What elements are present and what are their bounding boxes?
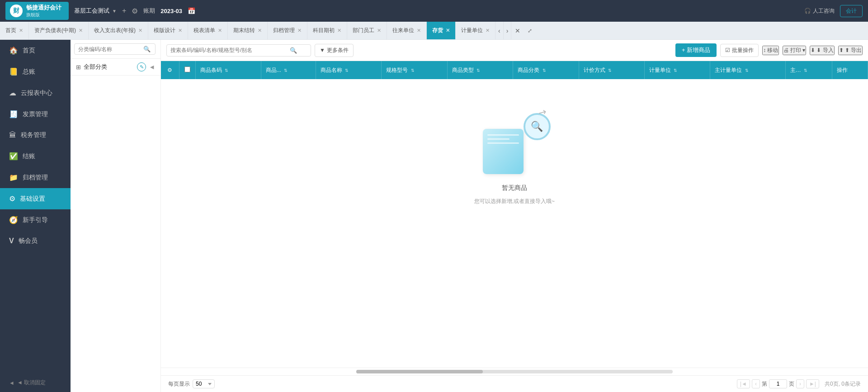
all-category-item[interactable]: ⊞ 全部分类 ✎ ◄ <box>71 59 160 76</box>
table-col-type[interactable]: 商品类型 ⇅ <box>447 61 513 79</box>
sidebar-item-cloud-report[interactable]: ☁ 云报表中心 <box>0 82 71 104</box>
tab-close-tax[interactable]: ✕ <box>218 28 222 33</box>
table-col-main2[interactable]: 主… ⇅ <box>785 61 832 79</box>
calendar-icon[interactable]: 📅 <box>188 7 195 14</box>
settings-icon[interactable]: ⚙ <box>132 7 138 15</box>
customer-service-label: 人工咨询 <box>813 7 835 15</box>
table-col-pricing[interactable]: 计价方式 ⇅ <box>579 61 644 79</box>
table-col-main-unit[interactable]: 主计量单位 ⇅ <box>710 61 785 79</box>
new-product-btn[interactable]: + 新增商品 <box>675 43 717 57</box>
sidebar-item-basic-settings[interactable]: ⚙ 基础设置 <box>0 188 71 209</box>
category-search-input[interactable] <box>78 46 142 52</box>
tab-income-expense[interactable]: 收入支出表(年报) ✕ <box>89 22 148 39</box>
tab-homepage[interactable]: 首页 ✕ <box>0 22 29 39</box>
more-filter-btn[interactable]: ▼ 更多条件 <box>315 44 354 57</box>
sidebar-item-guide[interactable]: 🧭 新手引导 <box>0 209 71 231</box>
horizontal-scrollbar[interactable] <box>356 370 673 373</box>
invoice-icon: 🧾 <box>9 110 18 118</box>
export-btn[interactable]: ⬆ ⬆ 导出 <box>838 46 863 55</box>
tab-close-period[interactable]: ✕ <box>258 28 262 33</box>
tab-close-income[interactable]: ✕ <box>138 28 142 33</box>
print-btn[interactable]: 🖨 打印 ▾ <box>783 46 806 55</box>
tab-expand-btn[interactable]: ⤢ <box>524 22 536 39</box>
empty-illustration: 🔍 ↗ <box>474 106 555 179</box>
sort-code-icon: ⇅ <box>284 68 288 73</box>
tab-close-homepage[interactable]: ✕ <box>19 28 23 33</box>
sidebar-item-home[interactable]: 🏠 首页 <box>0 40 71 61</box>
category-search-box[interactable]: 🔍 <box>74 43 156 55</box>
sidebar-item-tax[interactable]: 🏛 税务管理 <box>0 125 71 146</box>
sidebar-item-membership[interactable]: V 畅会员 <box>0 231 71 251</box>
page-suffix: 页 <box>789 380 794 388</box>
sidebar-item-close-account[interactable]: ✅ 结账 <box>0 146 71 167</box>
tab-close-subject[interactable]: ✕ <box>337 28 341 33</box>
tab-period-carry[interactable]: 期末结转 ✕ <box>228 22 268 39</box>
tab-archive[interactable]: 归档管理 ✕ <box>268 22 307 39</box>
tab-close-unit[interactable]: ✕ <box>486 28 490 33</box>
tab-nav-next[interactable]: › <box>504 22 512 39</box>
sidebar-item-close-account-label: 结账 <box>23 152 35 161</box>
table-col-spec[interactable]: 规格型号 ⇅ <box>382 61 447 79</box>
customer-service-btn[interactable]: 🎧 人工咨询 <box>804 7 835 15</box>
tab-subject-init[interactable]: 科目期初 ✕ <box>307 22 347 39</box>
table-col-name[interactable]: 商品名称 ⇅ <box>316 61 381 79</box>
sort-main2-icon: ⇅ <box>804 68 807 73</box>
product-search-input[interactable] <box>170 47 288 53</box>
product-search-bar[interactable]: 🔍 <box>166 44 311 57</box>
import-btn[interactable]: ⬇ ⬇ 导入 <box>810 46 834 55</box>
table-col-check[interactable] <box>179 61 195 79</box>
prev-page-btn[interactable]: ‹ <box>752 379 760 388</box>
table-col-category[interactable]: 商品分类 ⇅ <box>513 61 579 79</box>
first-page-btn[interactable]: |◄ <box>737 379 750 388</box>
table-col-barcode[interactable]: 商品条码 ⇅ <box>195 61 261 79</box>
account-button[interactable]: 会计 <box>840 5 863 17</box>
company-selector[interactable]: 基层工会测试 ▼ <box>74 7 117 15</box>
cloud-icon: ☁ <box>9 89 16 97</box>
add-tab-btn[interactable]: + <box>122 7 126 15</box>
tab-close-inventory[interactable]: ✕ <box>446 28 450 33</box>
sidebar-item-invoice[interactable]: 🧾 发票管理 <box>0 104 71 125</box>
tab-nav-prev[interactable]: ‹ <box>495 22 504 39</box>
sort-pricing-icon: ⇅ <box>608 68 612 73</box>
batch-operation-btn[interactable]: ☑ 批量操作 <box>720 44 759 57</box>
current-page-input[interactable] <box>769 379 787 388</box>
product-table: ⚙ 商品条码 ⇅ 商品... ⇅ <box>161 61 868 232</box>
per-page-select[interactable]: 50 10 20 100 <box>193 379 215 388</box>
tab-tax-table[interactable]: 税表清单 ✕ <box>188 22 228 39</box>
table-col-settings[interactable]: ⚙ <box>161 61 179 79</box>
category-search-icon[interactable]: 🔍 <box>143 46 151 52</box>
sidebar-item-archive-label: 归档管理 <box>23 174 48 182</box>
tab-archive-label: 归档管理 <box>273 27 295 34</box>
tab-close-department[interactable]: ✕ <box>377 28 381 33</box>
last-page-btn[interactable]: ►| <box>806 379 819 388</box>
product-search-icon[interactable]: 🔍 <box>290 47 297 54</box>
unpin-icon: ◄ <box>9 380 14 386</box>
col-main-unit-label: 主计量单位 <box>715 67 742 73</box>
tab-contacts-label: 往来单位 <box>392 27 414 34</box>
tab-balance-sheet[interactable]: 资产负债表(中期) ✕ <box>29 22 89 39</box>
tab-close-archive[interactable]: ✕ <box>297 28 302 33</box>
tab-inventory[interactable]: 存货 ✕ <box>427 22 456 39</box>
tab-template[interactable]: 模版设计 ✕ <box>148 22 188 39</box>
move-btn[interactable]: ↕ 移动 <box>762 46 779 55</box>
sidebar-item-archive[interactable]: 📁 归档管理 <box>0 167 71 188</box>
ledger-icon: 📒 <box>9 67 18 76</box>
tab-close-contacts[interactable]: ✕ <box>417 28 421 33</box>
col-main2-label: 主… <box>790 67 801 73</box>
collapse-panel-icon[interactable]: ◄ <box>149 63 155 71</box>
table-col-code[interactable]: 商品... ⇅ <box>261 61 316 79</box>
tab-close-template[interactable]: ✕ <box>178 28 182 33</box>
tab-department[interactable]: 部门员工 ✕ <box>347 22 387 39</box>
edit-category-icon[interactable]: ✎ <box>137 62 146 71</box>
sidebar-item-ledger[interactable]: 📒 总账 <box>0 61 71 82</box>
doc-shape <box>483 129 524 174</box>
table-col-unit[interactable]: 计量单位 ⇅ <box>645 61 710 79</box>
tab-unit[interactable]: 计量单位 ✕ <box>456 22 495 39</box>
next-page-btn[interactable]: › <box>796 379 804 388</box>
tab-close-balance[interactable]: ✕ <box>79 28 83 33</box>
sidebar-unpin-btn[interactable]: ◄ ◄ 取消固定 <box>0 373 71 392</box>
tab-contacts[interactable]: 往来单位 ✕ <box>387 22 427 39</box>
tab-close-all-btn[interactable]: ✕ <box>511 22 524 39</box>
select-all-checkbox[interactable] <box>184 66 190 72</box>
scrollbar-thumb[interactable] <box>356 370 483 373</box>
